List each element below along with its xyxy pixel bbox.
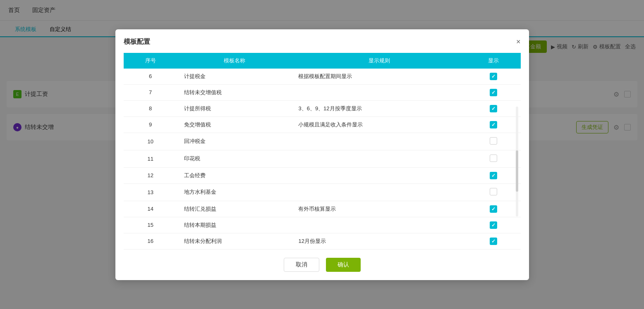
table-row: 7结转未交增值税 [124,84,521,100]
cell-rule [292,133,467,150]
cell-checkbox[interactable] [467,183,520,201]
dialog-header: 模板配置 × [124,38,521,46]
scrollbar-thumb[interactable] [516,150,518,192]
col-id: 序号 [124,53,177,69]
table-row: 15结转本期损益 [124,217,521,233]
checkbox-unchecked[interactable] [490,154,497,162]
cell-rule [292,183,467,201]
scrollbar-track [516,107,518,216]
cell-id: 8 [124,100,177,116]
cell-id: 12 [124,167,177,183]
table-row: 11印花税 [124,150,521,167]
checkbox-checked[interactable] [490,238,497,245]
confirm-button[interactable]: 确认 [326,258,361,272]
cell-rule: 3、6、9、12月按季度显示 [292,100,467,116]
cell-checkbox[interactable] [467,100,520,116]
checkbox-checked[interactable] [490,205,497,213]
template-config-dialog: 模板配置 × 序号 模板名称 显示规则 显示 6计提税金根据模板配置期间显示7结… [115,29,529,280]
cell-id: 16 [124,233,177,249]
cancel-button[interactable]: 取消 [284,258,319,272]
cell-name: 工会经费 [177,167,292,183]
cell-name: 计提所得税 [177,100,292,116]
cell-rule [292,84,467,100]
table-row: 6计提税金根据模板配置期间显示 [124,69,521,85]
checkbox-unchecked[interactable] [490,137,497,145]
table-row: 9免交增值税小规模且满足收入条件显示 [124,116,521,133]
table-row: 10回冲税金 [124,133,521,150]
cell-name: 结转本期损益 [177,217,292,233]
cell-name: 印花税 [177,150,292,167]
cell-checkbox[interactable] [467,116,520,133]
col-rule: 显示规则 [292,53,467,69]
close-icon[interactable]: × [516,38,521,45]
cell-rule: 根据模板配置期间显示 [292,69,467,85]
cell-checkbox[interactable] [467,84,520,100]
cell-name: 回冲税金 [177,133,292,150]
cell-checkbox[interactable] [467,150,520,167]
cell-rule [292,150,467,167]
checkbox-checked[interactable] [490,105,497,112]
cell-name: 免交增值税 [177,116,292,133]
table-row: 12工会经费 [124,167,521,183]
checkbox-checked[interactable] [490,73,497,80]
cell-checkbox[interactable] [467,167,520,183]
cell-id: 10 [124,133,177,150]
cell-id: 11 [124,150,177,167]
cell-id: 15 [124,217,177,233]
cell-id: 14 [124,201,177,217]
cell-rule: 小规模且满足收入条件显示 [292,116,467,133]
table-row: 13地方水利基金 [124,183,521,201]
cell-id: 6 [124,69,177,85]
modal-overlay: 模板配置 × 序号 模板名称 显示规则 显示 6计提税金根据模板配置期间显示7结… [0,0,644,309]
cell-id: 7 [124,84,177,100]
col-name: 模板名称 [177,53,292,69]
cell-checkbox[interactable] [467,233,520,249]
cell-checkbox[interactable] [467,133,520,150]
cell-name: 结转未分配利润 [177,233,292,249]
cell-name: 地方水利基金 [177,183,292,201]
cell-name: 结转汇兑损益 [177,201,292,217]
dialog-footer: 取消 确认 [124,258,521,272]
col-display: 显示 [467,53,520,69]
checkbox-unchecked[interactable] [490,188,497,195]
cell-id: 13 [124,183,177,201]
table-body: 6计提税金根据模板配置期间显示7结转未交增值税8计提所得税3、6、9、12月按季… [124,69,521,250]
cell-name: 结转未交增值税 [177,84,292,100]
cell-rule [292,167,467,183]
checkbox-checked[interactable] [490,89,497,96]
checkbox-checked[interactable] [490,172,497,179]
cell-name: 计提税金 [177,69,292,85]
dialog-title: 模板配置 [124,38,150,46]
cell-rule: 12月份显示 [292,233,467,249]
table-row: 16结转未分配利润12月份显示 [124,233,521,249]
table-row: 8计提所得税3、6、9、12月按季度显示 [124,100,521,116]
table-header: 序号 模板名称 显示规则 显示 [124,53,521,69]
cell-checkbox[interactable] [467,217,520,233]
table-row: 14结转汇兑损益有外币核算显示 [124,201,521,217]
checkbox-checked[interactable] [490,221,497,229]
cell-rule [292,217,467,233]
cell-id: 9 [124,116,177,133]
config-table: 序号 模板名称 显示规则 显示 6计提税金根据模板配置期间显示7结转未交增值税8… [124,53,521,250]
checkbox-checked[interactable] [490,121,497,128]
cell-checkbox[interactable] [467,201,520,217]
cell-checkbox[interactable] [467,69,520,85]
cell-rule: 有外币核算显示 [292,201,467,217]
